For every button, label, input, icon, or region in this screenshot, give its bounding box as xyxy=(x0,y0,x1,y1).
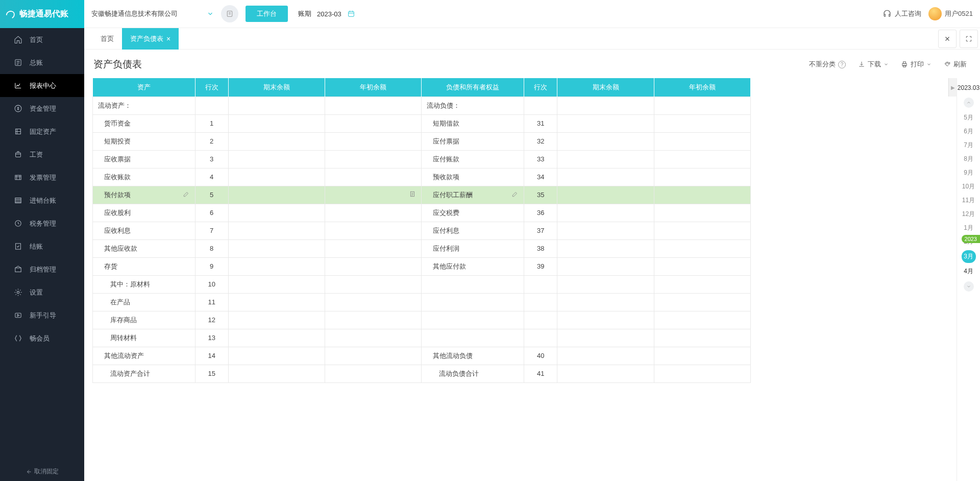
rail-month-10[interactable]: 3月 xyxy=(962,250,976,263)
consult-label: 人工咨询 xyxy=(895,9,921,18)
cell-asset: 在产品 xyxy=(93,293,195,311)
tab-1[interactable]: 资产负债表× xyxy=(122,28,179,50)
rail-month-6[interactable]: 11月 xyxy=(962,194,976,207)
table-row[interactable]: 其他流动资产14其他流动负债40 xyxy=(93,347,751,365)
reclass-label: 不重分类 xyxy=(809,60,836,69)
table-row[interactable]: 流动资产：流动负债： xyxy=(93,97,751,114)
nav-label: 总账 xyxy=(30,58,43,67)
cell-row: 11 xyxy=(195,293,228,311)
chevron-down-icon xyxy=(966,284,971,289)
refresh-button[interactable]: 刷新 xyxy=(944,60,967,69)
table-row[interactable]: 短期投资2应付票据32 xyxy=(93,132,751,150)
table-row[interactable]: 其中：原材料10 xyxy=(93,275,751,293)
rail-month-5[interactable]: 10月 xyxy=(962,180,976,194)
svg-rect-15 xyxy=(903,65,906,67)
tabs-bar: 首页资产负债表× xyxy=(84,28,980,50)
balance-sheet-scroll[interactable]: 资产 行次 期末余额 年初余额 负债和所有者权益 行次 期末余额 年初余额 流动… xyxy=(92,78,948,481)
sidebar-item-1[interactable]: 总账 xyxy=(0,51,84,74)
cell-row: 7 xyxy=(195,222,228,239)
fullscreen-button[interactable] xyxy=(960,30,978,48)
cell-end-bal2 xyxy=(557,347,654,365)
cell-row2: 40 xyxy=(524,347,557,365)
cell-asset: 库存商品 xyxy=(93,311,195,329)
table-row[interactable]: 应收票据3应付账款33 xyxy=(93,150,751,168)
table-row[interactable]: 预付款项5应付职工薪酬35 xyxy=(93,186,751,204)
cell-end-bal xyxy=(228,329,325,347)
rail-month-11[interactable]: 4月 xyxy=(962,264,976,278)
sidebar-item-7[interactable]: 进销台账 xyxy=(0,189,84,212)
cell-liab xyxy=(422,329,524,347)
cell-row: 5 xyxy=(195,186,228,204)
content: 资产负债表 不重分类 ? 下载 打印 xyxy=(84,50,980,481)
table-row[interactable]: 在产品11 xyxy=(93,293,751,311)
consult-button[interactable]: 人工咨询 xyxy=(883,9,921,18)
cell-row2: 31 xyxy=(524,114,557,132)
edit-icon[interactable] xyxy=(511,190,519,199)
rail-down-button[interactable] xyxy=(964,281,974,292)
nav-label: 结账 xyxy=(30,242,43,251)
sidebar-item-5[interactable]: 工资 xyxy=(0,143,84,166)
reclass-toggle[interactable]: 不重分类 ? xyxy=(809,60,846,69)
cell-asset: 短期投资 xyxy=(93,132,195,150)
user-menu[interactable]: 用户0521 xyxy=(928,7,973,20)
cell-liab: 其他应付款 xyxy=(422,257,524,275)
tab-label: 首页 xyxy=(101,34,114,43)
cell-row: 2 xyxy=(195,132,228,150)
sidebar-item-8[interactable]: 税务管理 xyxy=(0,212,84,235)
table-row[interactable]: 库存商品12 xyxy=(93,311,751,329)
cell-begin-bal xyxy=(325,222,422,239)
scroll-right-handle[interactable]: ▶ xyxy=(948,78,957,97)
tab-0[interactable]: 首页 xyxy=(92,28,122,50)
table-row[interactable]: 其他应收款8应付利润38 xyxy=(93,239,751,257)
sidebar-item-0[interactable]: 首页 xyxy=(0,28,84,51)
svg-rect-4 xyxy=(15,175,20,180)
cell-end-bal2 xyxy=(557,257,654,275)
rail-month-3[interactable]: 8月 xyxy=(962,152,976,166)
table-row[interactable]: 存货9其他应付款39 xyxy=(93,257,751,275)
table-row[interactable]: 应收股利6应交税费36 xyxy=(93,204,751,222)
sidebar-item-6[interactable]: 发票管理 xyxy=(0,166,84,189)
cell-row2: 35 xyxy=(524,186,557,204)
rail-month-1[interactable]: 6月 xyxy=(962,125,976,138)
table-row[interactable]: 货币资金1短期借款31 xyxy=(93,114,751,132)
table-row[interactable]: 应收利息7应付利息37 xyxy=(93,222,751,239)
cell-end-bal xyxy=(228,186,325,204)
cell-row2: 39 xyxy=(524,257,557,275)
company-select[interactable]: 安徽畅捷通信息技术有限公司 xyxy=(91,9,214,18)
unpin-button[interactable]: 取消固定 xyxy=(0,462,84,481)
rail-month-0[interactable]: 5月 xyxy=(962,111,976,125)
nav-icon xyxy=(13,127,22,136)
doc-icon[interactable] xyxy=(409,190,416,199)
edit-icon[interactable] xyxy=(183,190,190,199)
rail-month-2[interactable]: 7月 xyxy=(962,138,976,152)
download-button[interactable]: 下载 xyxy=(858,60,889,69)
sidebar-item-12[interactable]: 新手引导 xyxy=(0,304,84,327)
sidebar-item-9[interactable]: 结账 xyxy=(0,235,84,258)
sidebar-item-10[interactable]: 归档管理 xyxy=(0,258,84,281)
close-tab-button[interactable] xyxy=(938,30,957,48)
archive-button[interactable] xyxy=(221,5,238,22)
sidebar-item-4[interactable]: 固定资产 xyxy=(0,120,84,143)
rail-up-button[interactable] xyxy=(964,98,974,108)
tab-close-icon[interactable]: × xyxy=(166,35,170,43)
rail-month-7[interactable]: 12月 xyxy=(962,207,976,221)
table-row[interactable]: 流动资产合计15流动负债合计41 xyxy=(93,365,751,382)
cell-end-bal2 xyxy=(557,114,654,132)
table-row[interactable]: 周转材料13 xyxy=(93,329,751,347)
cell-row2 xyxy=(524,275,557,293)
cell-row: 12 xyxy=(195,311,228,329)
table-row[interactable]: 应收账款4预收款项34 xyxy=(93,168,751,186)
sidebar-item-2[interactable]: 报表中心 xyxy=(0,74,84,97)
rail-month-8[interactable]: 1月 xyxy=(962,221,976,235)
sidebar-item-11[interactable]: 设置 xyxy=(0,281,84,304)
th-end-bal2: 期末余额 xyxy=(557,78,654,97)
period-selector[interactable]: 账期 2023-03 xyxy=(298,8,355,20)
sidebar-item-13[interactable]: 畅会员 xyxy=(0,327,84,350)
rail-month-4[interactable]: 9月 xyxy=(962,166,976,180)
cell-begin-bal xyxy=(325,239,422,257)
workbench-button[interactable]: 工作台 xyxy=(246,6,288,22)
nav-label: 发票管理 xyxy=(30,173,56,182)
sidebar-item-3[interactable]: 资金管理 xyxy=(0,97,84,120)
cell-row: 13 xyxy=(195,329,228,347)
print-button[interactable]: 打印 xyxy=(901,60,932,69)
